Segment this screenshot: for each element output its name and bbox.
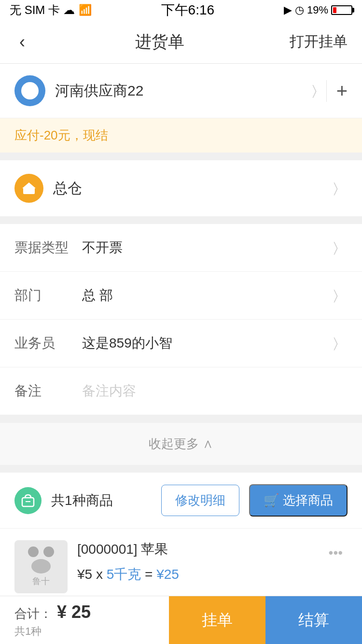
dept-value: 总 部: [82, 286, 334, 305]
owl-logo: 鲁十: [28, 546, 54, 587]
supplier-name[interactable]: 河南供应商22: [55, 81, 312, 101]
supplier-avatar: [14, 75, 45, 106]
staff-label: 业务员: [14, 334, 82, 352]
product-item: 鲁十 [0000001] 苹果 ¥5 x 5千克 = ¥25 •••: [0, 529, 362, 605]
warehouse-section[interactable]: 总仓 〉: [0, 160, 362, 216]
svg-marker-1: [22, 182, 36, 188]
main-content: 河南供应商22 〉 + 应付-20元，现结 总仓 〉 票据类型 不开票 〉 部门…: [0, 64, 362, 644]
dept-label: 部门: [14, 286, 82, 305]
open-hold-button[interactable]: 打开挂单: [290, 32, 348, 52]
invoice-value: 不开票: [82, 238, 334, 257]
select-product-button[interactable]: 🛒 选择商品: [249, 484, 348, 517]
staff-row[interactable]: 业务员 这是859的小智 〉: [0, 320, 362, 367]
total-label: 合计：: [14, 605, 52, 622]
divider: [0, 465, 362, 473]
battery-icon: [331, 5, 352, 15]
supplier-section: 河南供应商22 〉 + 应付-20元，现结: [0, 64, 362, 153]
equals-sign: =: [145, 567, 156, 582]
product-info: [0000001] 苹果 ¥5 x 5千克 = ¥25: [77, 540, 314, 584]
product-price: ¥5 x 5千克 = ¥25: [77, 565, 314, 584]
back-button[interactable]: ‹: [14, 27, 30, 57]
alarm-icon: ◷: [295, 4, 304, 16]
product-thumbnail: 鲁十: [14, 540, 68, 593]
invoice-chevron-icon: 〉: [334, 240, 338, 256]
bottom-bar: 合计： ¥ 25 共1种 挂单 结算: [0, 596, 362, 644]
product-name: [0000001] 苹果: [77, 540, 314, 559]
more-options-button[interactable]: •••: [324, 540, 348, 565]
select-product-label: 选择商品: [283, 492, 333, 509]
product-count-text: 共1种商品: [51, 491, 152, 510]
no-sim-text: 无 SIM 卡 ☁: [10, 2, 75, 18]
product-total: ¥25: [156, 567, 179, 582]
total-sub: 共1种: [14, 624, 154, 639]
invoice-row[interactable]: 票据类型 不开票 〉: [0, 224, 362, 272]
total-amount: ¥ 25: [57, 602, 91, 622]
page-title: 进货单: [135, 31, 184, 53]
thumb-text: 鲁十: [32, 575, 50, 587]
dept-chevron-icon: 〉: [334, 288, 338, 304]
warehouse-name: 总仓: [53, 179, 334, 198]
remark-input[interactable]: 备注内容: [82, 382, 348, 400]
location-icon: ▶: [284, 4, 292, 16]
checkout-button[interactable]: 结算: [265, 596, 362, 644]
staff-chevron-icon: 〉: [334, 336, 338, 351]
remark-label: 备注: [14, 382, 82, 400]
notice-bar: 应付-20元，现结: [0, 118, 362, 153]
total-section: 合计： ¥ 25 共1种: [0, 596, 169, 644]
add-button[interactable]: +: [326, 80, 348, 102]
warehouse-chevron-icon: 〉: [334, 181, 338, 196]
status-time: 下午6:16: [161, 1, 215, 19]
status-bar: 无 SIM 卡 ☁ 📶 下午6:16 ▶ ◷ 19%: [0, 0, 362, 20]
battery-percent: 19%: [307, 4, 328, 16]
edit-detail-button[interactable]: 修改明细: [161, 485, 239, 516]
wifi-icon: 📶: [79, 4, 92, 16]
product-header: 共1种商品 修改明细 🛒 选择商品: [0, 473, 362, 529]
product-qty: 5千克: [107, 567, 141, 582]
warehouse-icon: [14, 174, 43, 203]
price-separator: x: [96, 567, 107, 582]
dept-row[interactable]: 部门 总 部 〉: [0, 272, 362, 320]
select-product-icon: 🛒: [264, 493, 279, 508]
hold-button[interactable]: 挂单: [169, 596, 265, 644]
staff-value: 这是859的小智: [82, 334, 334, 352]
supplier-chevron-icon: 〉: [312, 83, 317, 99]
status-left: 无 SIM 卡 ☁ 📶: [10, 2, 92, 18]
status-right: ▶ ◷ 19%: [284, 4, 352, 16]
supplier-row: 河南供应商22 〉 +: [0, 64, 362, 118]
nav-bar: ‹ 进货单 打开挂单: [0, 20, 362, 64]
remark-row[interactable]: 备注 备注内容: [0, 367, 362, 415]
svg-rect-2: [27, 190, 31, 194]
collapse-label: 收起更多 ∧: [149, 435, 213, 452]
price-per-unit: ¥5: [77, 567, 92, 582]
invoice-label: 票据类型: [14, 238, 82, 257]
collapse-button[interactable]: 收起更多 ∧: [0, 423, 362, 465]
form-section: 票据类型 不开票 〉 部门 总 部 〉 业务员 这是859的小智 〉 备注 备注…: [0, 224, 362, 415]
product-count-icon: [14, 487, 42, 514]
